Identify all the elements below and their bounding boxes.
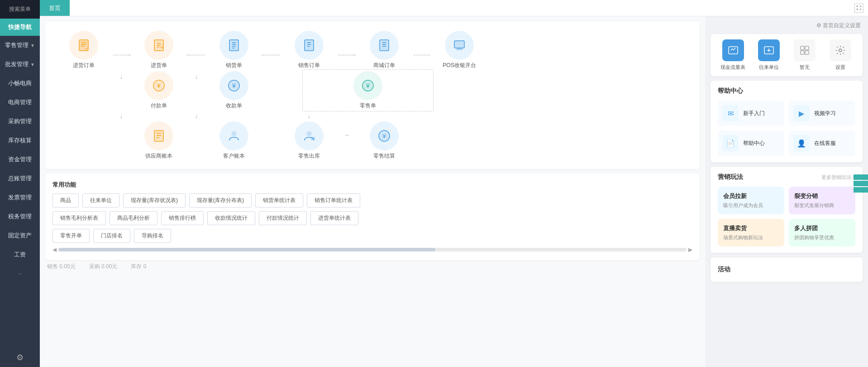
func-btn-gross[interactable]: 销售毛利分析表 bbox=[52, 211, 106, 225]
flow-node-purchase-order[interactable]: 进货订单 bbox=[54, 31, 113, 69]
node-icon-payment: ¥ bbox=[144, 71, 173, 100]
marketing-item-member-title: 会员拉新 bbox=[723, 192, 779, 200]
flow-node-customer-book[interactable]: 客户账本 bbox=[205, 121, 263, 160]
scroll-bar[interactable] bbox=[58, 248, 687, 251]
topbar: 首页 ⛶ bbox=[40, 0, 868, 16]
flow-node-retail-out[interactable]: 零售出库 bbox=[280, 121, 339, 160]
marketing-item-member[interactable]: 会员拉新 吸引用户成为会员 bbox=[718, 187, 784, 214]
scroll-left-arrow[interactable]: ◀ bbox=[52, 246, 57, 253]
node-icon-receipt: ¥ bbox=[219, 71, 248, 100]
node-label-retail-settle: 零售结算 bbox=[373, 152, 395, 160]
flow-node-retail-settle[interactable]: ¥ 零售结算 bbox=[355, 121, 414, 160]
topbar-right: ⛶ bbox=[854, 0, 868, 16]
func-btn-sales-stat[interactable]: 销货单统计表 bbox=[255, 193, 303, 208]
scroll-thumb bbox=[58, 248, 435, 251]
svg-rect-16 bbox=[456, 49, 463, 50]
func-btn-order-stat[interactable]: 销售订单统计表 bbox=[307, 193, 360, 208]
node-label-receipt: 收款单 bbox=[226, 102, 242, 110]
func-btn-stock2[interactable]: 现存量(库存分布表) bbox=[189, 193, 252, 208]
svg-rect-9 bbox=[305, 40, 314, 51]
sidebar-item-more[interactable]: ... bbox=[0, 264, 40, 280]
sidebar-item-inventory[interactable]: 库存核算 bbox=[0, 131, 40, 150]
flow-card: 进货订单 → bbox=[45, 22, 700, 169]
flow-node-purchase-slip[interactable]: 进货单 bbox=[129, 31, 188, 69]
func-btn-retail-order[interactable]: 零售开单 bbox=[52, 229, 90, 243]
marketing-card: 营销玩法 更多营销玩法 > 会员拉新 吸引用户成为会员 裂变分销 裂变式发展分销… bbox=[711, 167, 863, 253]
flow-node-sales-slip[interactable]: 销货单 bbox=[205, 31, 263, 69]
flow-node-sales-order[interactable]: 销售订单 bbox=[280, 31, 339, 69]
sidebar-item-retail[interactable]: 零售管理 ▼ bbox=[0, 36, 40, 55]
quick-icon-settings[interactable]: 设置 bbox=[825, 39, 855, 71]
func-btn-store-rank[interactable]: 门店排名 bbox=[93, 229, 130, 243]
marketing-grid: 会员拉新 吸引用户成为会员 裂变分销 裂变式发展分销商 直播卖货 场景式购物新玩… bbox=[718, 187, 855, 246]
scroll-right-arrow[interactable]: ▶ bbox=[688, 246, 692, 253]
sidebar-item-ecom2[interactable]: 电商管理 bbox=[0, 93, 40, 112]
flow-node-supplier-book[interactable]: 供应商账本 bbox=[129, 121, 188, 160]
func-btn-goods[interactable]: 商品 bbox=[52, 193, 79, 208]
help-label-help: 帮助中心 bbox=[743, 140, 765, 147]
sidebar-item-assets[interactable]: 固定资产 bbox=[0, 226, 40, 245]
help-icon-help: 📄 bbox=[722, 135, 739, 151]
marketing-item-live-sub: 场景式购物新玩法 bbox=[723, 234, 779, 241]
right-panel: 首页自定义设置 现金流量表 bbox=[705, 16, 868, 367]
func-btn-stock1[interactable]: 现存量(库存状况表) bbox=[123, 193, 186, 208]
sidebar-item-ledger[interactable]: 总账管理 bbox=[0, 169, 40, 188]
func-btn-units[interactable]: 往来单位 bbox=[82, 193, 119, 208]
func-btn-payment-stat[interactable]: 付款情况统计 bbox=[259, 211, 307, 225]
node-icon-retail-out bbox=[295, 121, 324, 150]
common-func-title: 常用功能 bbox=[52, 181, 692, 189]
float-btn-community[interactable]: 服务社区 bbox=[854, 181, 868, 186]
svg-rect-7 bbox=[229, 40, 238, 51]
help-item-video[interactable]: ▶ 视频学习 bbox=[789, 101, 855, 126]
sidebar-item-salary[interactable]: 工资 bbox=[0, 245, 40, 264]
func-btn-purchase-stat[interactable]: 进货单统计表 bbox=[310, 211, 358, 225]
expand-button[interactable]: ⛶ bbox=[854, 4, 863, 13]
quick-icon-partners[interactable]: 往来单位 bbox=[754, 39, 784, 71]
sidebar-settings-button[interactable]: ⚙ bbox=[0, 348, 40, 367]
sidebar-item-ecom1[interactable]: 小畅电商 bbox=[0, 74, 40, 93]
flow-node-receipt[interactable]: ¥ 收款单 bbox=[205, 71, 263, 110]
sidebar-item-invoice[interactable]: 发票管理 bbox=[0, 188, 40, 207]
flow-node-retail-slip[interactable]: ¥ 零售单 bbox=[339, 71, 397, 110]
marketing-item-live[interactable]: 直播卖货 场景式购物新玩法 bbox=[718, 219, 784, 246]
node-icon-pos bbox=[445, 31, 474, 60]
func-buttons-row2: 销售毛利分析表 商品毛利分析 销售排行榜 收款情况统计 付款情况统计 进货单统计… bbox=[52, 211, 692, 225]
quick-icon-cashflow[interactable]: 现金流量表 bbox=[718, 39, 748, 71]
node-label-supplier-book: 供应商账本 bbox=[145, 152, 172, 160]
none-icon-box bbox=[794, 39, 816, 61]
marketing-item-member-sub: 吸引用户成为会员 bbox=[723, 202, 779, 209]
quick-icon-none[interactable]: 暂无 bbox=[789, 39, 820, 71]
node-label-retail-slip: 零售单 bbox=[360, 102, 376, 110]
func-btn-goods-gross[interactable]: 商品毛利分析 bbox=[110, 211, 157, 225]
func-btn-sales-rank[interactable]: 销售排行榜 bbox=[161, 211, 204, 225]
float-buttons: 客服热线 服务社区 桌面快捷 bbox=[854, 174, 868, 193]
sidebar-item-finance[interactable]: 资金管理 bbox=[0, 150, 40, 169]
marketing-more-link[interactable]: 更多营销玩法 > bbox=[821, 174, 855, 181]
sidebar-search[interactable]: 搜索菜单 bbox=[0, 0, 40, 19]
func-btn-receipt-stat[interactable]: 收款情况统计 bbox=[207, 211, 255, 225]
svg-point-28 bbox=[232, 131, 236, 136]
flow-node-payment[interactable]: ¥ 付款单 bbox=[129, 71, 188, 110]
help-label-service: 在线客服 bbox=[814, 140, 836, 147]
flow-node-mall-order[interactable]: 商城订单 bbox=[355, 31, 414, 69]
scroll-row: ◀ ▶ bbox=[52, 246, 692, 253]
svg-rect-37 bbox=[805, 46, 809, 50]
sidebar-item-purchase[interactable]: 采购管理 bbox=[0, 112, 40, 131]
float-btn-service[interactable]: 客服热线 bbox=[854, 174, 868, 180]
func-btn-guide-rank[interactable]: 导购排名 bbox=[134, 229, 171, 243]
sidebar-item-wholesale[interactable]: 批发管理 ▼ bbox=[0, 55, 40, 74]
help-item-service[interactable]: 👤 在线客服 bbox=[789, 130, 855, 156]
help-item-beginner[interactable]: ✉ 新手入门 bbox=[718, 101, 784, 126]
func-buttons-row1: 商品 往来单位 现存量(库存状况表) 现存量(库存分布表) 销货单统计表 销售订… bbox=[52, 193, 692, 208]
help-item-help[interactable]: 📄 帮助中心 bbox=[718, 130, 784, 156]
sidebar-quicknav[interactable]: 快捷导航 bbox=[0, 19, 40, 36]
quick-icon-cashflow-label: 现金流量表 bbox=[720, 64, 745, 71]
flow-node-pos[interactable]: POS收银开台 bbox=[430, 31, 489, 69]
home-customize-btn[interactable]: 首页自定义设置 bbox=[711, 22, 863, 29]
node-label-retail-out: 零售出库 bbox=[298, 152, 320, 160]
marketing-item-fission[interactable]: 裂变分销 裂变式发展分销商 bbox=[789, 187, 855, 214]
float-btn-desktop[interactable]: 桌面快捷 bbox=[854, 187, 868, 193]
sidebar-item-tax[interactable]: 税务管理 bbox=[0, 207, 40, 226]
marketing-item-group[interactable]: 多人拼团 拼团购物享受优惠 bbox=[789, 219, 855, 246]
tab-home[interactable]: 首页 bbox=[40, 0, 70, 16]
